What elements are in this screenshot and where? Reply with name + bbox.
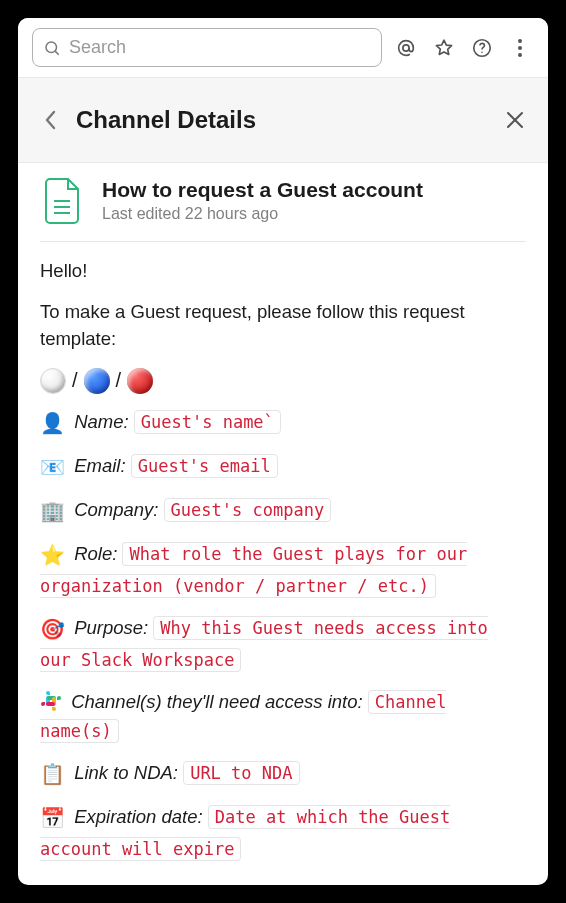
svg-line-1 (55, 51, 59, 55)
field-channels: Channel(s) they'll need access into: Cha… (40, 687, 526, 746)
star-icon[interactable] (430, 34, 458, 62)
document-title: How to request a Guest account (102, 177, 423, 203)
greeting-text: Hello! (40, 258, 526, 285)
field-label: Company: (74, 499, 158, 520)
panel-header: Channel Details (18, 77, 548, 163)
svg-point-2 (403, 44, 409, 50)
field-role: ⭐ Role: What role the Guest plays for ou… (40, 539, 526, 601)
help-icon[interactable] (468, 34, 496, 62)
panel-content: How to request a Guest account Last edit… (18, 163, 548, 885)
field-label: Channel(s) they'll need access into: (71, 691, 362, 712)
field-email: 📧 Email: Guest's email (40, 451, 526, 483)
field-nda: 📋 Link to NDA: URL to NDA (40, 758, 526, 790)
priority-circles: / / (40, 366, 526, 395)
email-icon: 📧 (40, 456, 65, 478)
white-circle-icon (40, 368, 66, 394)
field-label: Email: (74, 455, 125, 476)
slack-icon (40, 690, 62, 712)
top-bar (18, 18, 548, 77)
slash-text: / (72, 366, 78, 395)
red-circle-icon (127, 368, 153, 394)
office-icon: 🏢 (40, 500, 65, 522)
field-expiration: 📅 Expiration date: Date at which the Gue… (40, 802, 526, 864)
document-body: Hello! To make a Guest request, please f… (40, 258, 526, 863)
star-emoji-icon: ⭐ (40, 544, 65, 566)
field-value: Guest's name` (134, 410, 281, 434)
field-purpose: 🎯 Purpose: Why this Guest needs access i… (40, 613, 526, 675)
overflow-menu-icon[interactable] (506, 34, 534, 62)
field-value: Guest's email (131, 454, 278, 478)
calendar-icon: 📅 (40, 807, 65, 829)
field-company: 🏢 Company: Guest's company (40, 495, 526, 527)
close-button[interactable] (504, 109, 526, 131)
document-icon (44, 177, 84, 225)
field-label: Name: (74, 411, 129, 432)
intro-text: To make a Guest request, please follow t… (40, 299, 526, 353)
document-subtitle: Last edited 22 hours ago (102, 205, 423, 223)
svg-point-4 (481, 51, 483, 53)
clipboard-icon: 📋 (40, 763, 65, 785)
search-input[interactable] (69, 37, 371, 58)
document-card: How to request a Guest account Last edit… (40, 163, 526, 863)
slash-text: / (116, 366, 122, 395)
back-button[interactable] (40, 109, 62, 131)
document-header[interactable]: How to request a Guest account Last edit… (40, 173, 526, 239)
person-icon: 👤 (40, 412, 65, 434)
field-label: Expiration date: (74, 806, 203, 827)
field-label: Purpose: (74, 617, 148, 638)
panel-title: Channel Details (76, 106, 256, 134)
blue-circle-icon (84, 368, 110, 394)
field-value: URL to NDA (183, 761, 299, 785)
search-field[interactable] (32, 28, 382, 67)
field-label: Link to NDA: (74, 762, 178, 783)
mentions-icon[interactable] (392, 34, 420, 62)
field-name: 👤 Name: Guest's name` (40, 407, 526, 439)
svg-point-0 (46, 42, 57, 53)
field-label: Role: (74, 543, 117, 564)
divider (40, 241, 526, 242)
search-icon (43, 39, 61, 57)
field-value: Guest's company (164, 498, 332, 522)
target-icon: 🎯 (40, 618, 65, 640)
